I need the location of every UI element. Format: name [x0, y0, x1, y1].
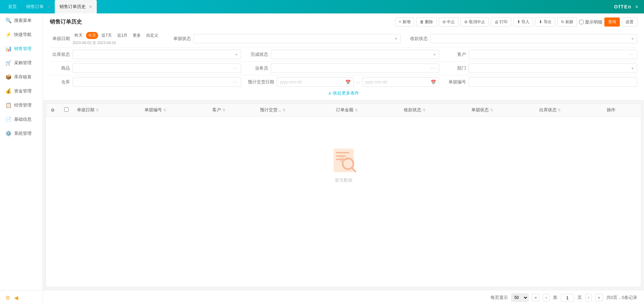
th-delivery-sort-icon: ⇅: [283, 108, 286, 112]
th-settings[interactable]: ⚙: [46, 104, 59, 117]
salesperson-dots-icon[interactable]: ···: [431, 65, 436, 71]
filter-delivery-date-from[interactable]: yyyy-mm-dd 📅: [277, 77, 354, 87]
delete-button[interactable]: 🗑 删除: [416, 17, 437, 27]
th-delivery[interactable]: 预计交货... ⇅: [256, 104, 332, 117]
filter-complete-status-select[interactable]: ▼: [271, 50, 439, 59]
filter-delivery-date-to[interactable]: yyyy-mm-dd 📅: [362, 77, 439, 87]
filter-delivery-date-item: 预计交货日期 yyyy-mm-dd 📅 — yyyy-mm-dd 📅: [248, 77, 439, 87]
sidebar-collapse-btn[interactable]: ◀: [14, 295, 18, 301]
export-button[interactable]: ⬇ 导出: [535, 17, 555, 27]
sidebar-settings-btn[interactable]: ⚙: [5, 295, 10, 301]
tab-sales-order-history[interactable]: 销售订单历史 ✕: [55, 0, 97, 13]
filter-out-status-select[interactable]: ▼: [73, 50, 241, 59]
sidebar-item-finance-mgmt[interactable]: 💰 资金管理: [0, 84, 43, 98]
date-custom-btn[interactable]: 自定义: [144, 32, 160, 39]
filter-out-status-label: 出库状态: [50, 51, 70, 58]
refresh-button[interactable]: ↻ 刷新: [557, 17, 577, 27]
sidebar-item-ops-mgmt[interactable]: 📋 经营管理: [0, 98, 43, 112]
filter-salesperson-input[interactable]: ···: [271, 64, 439, 73]
filter-receipt-status-select[interactable]: ▼: [430, 34, 638, 43]
sidebar-item-basic-info[interactable]: 📄 基础信息: [0, 112, 43, 126]
tab-sales-order-label: 销售订单: [26, 4, 44, 10]
th-action: 操作: [603, 104, 641, 117]
filter-goods-input[interactable]: ···: [73, 64, 241, 73]
brand-text: OfTEn: [614, 4, 632, 9]
setting-button[interactable]: 设置: [622, 17, 637, 27]
filter-dept-item: 部门 ▼: [446, 64, 637, 73]
th-out-status[interactable]: 出库状态 ⇅: [535, 104, 603, 117]
tab-home[interactable]: 首页: [3, 0, 22, 13]
show-detail-checkbox[interactable]: 显示明细: [579, 19, 602, 25]
current-page-input[interactable]: [561, 294, 574, 302]
filter-order-no-input[interactable]: [469, 77, 637, 87]
filter-date-item: 单据日期 昨天 今天 近7天 近1月 更多 自定义 2023-06-02 至 2…: [50, 32, 164, 45]
page-word-end: 页: [577, 295, 582, 301]
th-order-status-label: 单据状态: [471, 107, 489, 112]
calendar-from-icon[interactable]: 📅: [345, 80, 351, 85]
sidebar-item-purchase-mgmt[interactable]: 🛒 采购管理: [0, 56, 43, 70]
out-status-arrow-icon: ▼: [235, 53, 238, 56]
filter-order-status-item: 单据状态 ▼: [171, 34, 401, 43]
content-area: 销售订单历史 + 新增 🗑 删除 ⊘ 中止 ⊘ 取消中止 🖨 打印 ⬆ 导入 ⬇…: [43, 13, 644, 305]
print-button[interactable]: 🖨 打印: [491, 17, 511, 27]
tab-sales-order-history-close[interactable]: ✕: [89, 5, 92, 9]
per-page-select[interactable]: 50 10 20 100: [511, 294, 528, 302]
query-button[interactable]: 查询: [604, 17, 620, 27]
tab-sales-order[interactable]: 销售订单 ✕: [22, 0, 55, 13]
first-page-button[interactable]: «: [532, 294, 540, 301]
quick-nav-icon: ⚡: [5, 32, 11, 38]
sidebar-item-quick-nav[interactable]: ⚡ 快捷导航: [0, 28, 43, 42]
last-page-button[interactable]: »: [595, 294, 603, 301]
table-header-row: ⚙ 单据日期 ⇅ 单据编号 ⇅: [46, 104, 641, 117]
th-action-label: 操作: [607, 107, 615, 112]
sidebar-item-search-menu-label: 搜索菜单: [14, 17, 32, 24]
filter-customer-input[interactable]: ···: [469, 50, 637, 59]
sidebar-item-search-menu[interactable]: 🔍 搜索菜单: [0, 13, 43, 28]
th-order-status[interactable]: 单据状态 ⇅: [467, 104, 535, 117]
show-detail-label: 显示明细: [585, 19, 602, 25]
table-body: 暂无数据: [46, 117, 641, 197]
tab-sales-order-close[interactable]: ✕: [47, 5, 50, 9]
filter-collapse-row[interactable]: ∧ 收起更多条件: [50, 89, 637, 98]
th-customer[interactable]: 客户 ⇅: [208, 104, 256, 117]
filter-receipt-status-item: 收款状态 ▼: [407, 34, 638, 43]
data-table: ⚙ 单据日期 ⇅ 单据编号 ⇅: [46, 104, 641, 197]
th-no[interactable]: 单据编号 ⇅: [140, 104, 208, 117]
date-today-btn[interactable]: 今天: [86, 32, 98, 39]
th-amount[interactable]: 订单金额 ⇅: [332, 104, 399, 117]
stop-button[interactable]: ⊘ 中止: [439, 17, 459, 27]
prev-page-button[interactable]: ‹: [543, 294, 550, 301]
filter-order-status-select[interactable]: ▼: [194, 34, 401, 43]
filter-date-group: 昨天 今天 近7天 近1月 更多 自定义: [73, 32, 160, 39]
filter-dept-select[interactable]: ▼: [469, 64, 637, 73]
th-receipt-status-label: 收款状态: [404, 107, 421, 112]
table-settings-icon[interactable]: ⚙: [51, 108, 55, 113]
sidebar-item-sales-mgmt[interactable]: 📊 销售管理: [0, 42, 43, 56]
next-page-button[interactable]: ›: [585, 294, 592, 301]
customer-dots-icon[interactable]: ···: [629, 51, 634, 58]
show-detail-input[interactable]: [579, 20, 584, 24]
goods-dots-icon[interactable]: ···: [232, 65, 238, 71]
sidebar-item-sales-mgmt-label: 销售管理: [14, 46, 32, 52]
th-checkbox[interactable]: [59, 104, 73, 117]
th-receipt-status[interactable]: 收款状态 ⇅: [400, 104, 467, 117]
sidebar-item-inventory-mgmt[interactable]: 📦 库存核算: [0, 70, 43, 84]
warehouse-dots-icon[interactable]: ···: [232, 79, 238, 85]
filter-delivery-date-to-placeholder: yyyy-mm-dd: [365, 80, 387, 84]
purchase-mgmt-icon: 🛒: [5, 60, 11, 66]
select-all-checkbox[interactable]: [64, 107, 69, 112]
calendar-to-icon[interactable]: 📅: [431, 80, 436, 85]
cancel-stop-button[interactable]: ⊘ 取消中止: [461, 17, 488, 27]
date-yesterday-btn[interactable]: 昨天: [73, 32, 85, 39]
date-1month-btn[interactable]: 近1月: [115, 32, 130, 39]
import-button[interactable]: ⬆ 导入: [513, 17, 533, 27]
th-date[interactable]: 单据日期 ⇅: [73, 104, 140, 117]
filter-warehouse-input[interactable]: ···: [73, 77, 241, 87]
filter-goods-label: 商品: [50, 65, 70, 71]
date-7days-btn[interactable]: 近7天: [99, 32, 114, 39]
sidebar-item-sys-mgmt[interactable]: ⚙️ 系统管理: [0, 126, 43, 141]
close-window-icon[interactable]: ✕: [635, 4, 639, 9]
date-more-btn[interactable]: 更多: [131, 32, 143, 39]
new-button[interactable]: + 新增: [395, 17, 414, 27]
sidebar-item-finance-mgmt-label: 资金管理: [14, 88, 32, 94]
